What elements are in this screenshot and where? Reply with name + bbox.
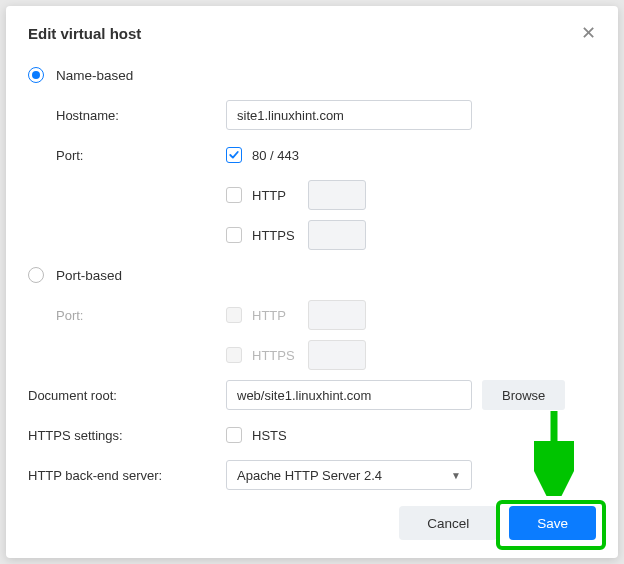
port-based-radio[interactable]: [28, 267, 44, 283]
pb-http-label: HTTP: [252, 308, 308, 323]
pb-http-port-input: [308, 300, 366, 330]
pb-https-checkbox: [226, 347, 242, 363]
backend-value: Apache HTTP Server 2.4: [237, 468, 382, 483]
https-port-input[interactable]: [308, 220, 366, 250]
pb-http-sub: HTTP: [226, 300, 366, 330]
hsts-checkbox[interactable]: [226, 427, 242, 443]
hostname-input[interactable]: [226, 100, 472, 130]
http-checkbox[interactable]: [226, 187, 242, 203]
backend-label: HTTP back-end server:: [28, 468, 226, 483]
hostname-row: Hostname:: [28, 100, 596, 130]
port-based-label[interactable]: Port-based: [56, 268, 122, 283]
hsts-label: HSTS: [252, 428, 287, 443]
https-settings-label: HTTPS settings:: [28, 428, 226, 443]
https-row-name-based: HTTPS: [28, 220, 596, 250]
backend-select[interactable]: Apache HTTP Server 2.4 ▼: [226, 460, 472, 490]
check-icon: [228, 149, 240, 161]
browse-button[interactable]: Browse: [482, 380, 565, 410]
chevron-down-icon: ▼: [451, 470, 461, 481]
dialog-title: Edit virtual host: [28, 25, 141, 42]
port-default-checkbox[interactable]: [226, 147, 242, 163]
https-sub: HTTPS: [226, 220, 366, 250]
port-based-radio-row: Port-based: [28, 260, 596, 290]
edit-virtual-host-dialog: Edit virtual host ✕ Name-based Hostname:…: [6, 6, 618, 558]
https-label: HTTPS: [252, 228, 308, 243]
http-sub: HTTP: [226, 180, 366, 210]
save-button[interactable]: Save: [509, 506, 596, 540]
dialog-header: Edit virtual host ✕: [6, 6, 618, 56]
pb-https-port-input: [308, 340, 366, 370]
pb-https-sub: HTTPS: [226, 340, 366, 370]
port-default-sub: 80 / 443: [226, 147, 308, 163]
port-label-disabled: Port:: [56, 308, 226, 323]
document-root-input[interactable]: [226, 380, 472, 410]
pb-https-label: HTTPS: [252, 348, 308, 363]
name-based-label[interactable]: Name-based: [56, 68, 133, 83]
document-root-label: Document root:: [28, 388, 226, 403]
document-root-row: Document root: Browse: [28, 380, 596, 410]
name-based-radio[interactable]: [28, 67, 44, 83]
dialog-footer: Cancel Save: [6, 492, 618, 558]
https-settings-row: HTTPS settings: HSTS: [28, 420, 596, 450]
port-row-port-based: Port: HTTP: [28, 300, 596, 330]
hostname-label: Hostname:: [56, 108, 226, 123]
https-checkbox[interactable]: [226, 227, 242, 243]
http-row-name-based: HTTP: [28, 180, 596, 210]
http-label: HTTP: [252, 188, 308, 203]
backend-row: HTTP back-end server: Apache HTTP Server…: [28, 460, 596, 490]
name-based-radio-row: Name-based: [28, 60, 596, 90]
https-row-port-based: HTTPS: [28, 340, 596, 370]
pb-http-checkbox: [226, 307, 242, 323]
http-port-input[interactable]: [308, 180, 366, 210]
close-icon[interactable]: ✕: [581, 24, 596, 42]
port-default-label: 80 / 443: [252, 148, 308, 163]
dialog-body: Name-based Hostname: Port: 80 / 443 HTTP: [6, 56, 618, 492]
port-row-name-based: Port: 80 / 443: [28, 140, 596, 170]
cancel-button[interactable]: Cancel: [399, 506, 497, 540]
port-label: Port:: [56, 148, 226, 163]
